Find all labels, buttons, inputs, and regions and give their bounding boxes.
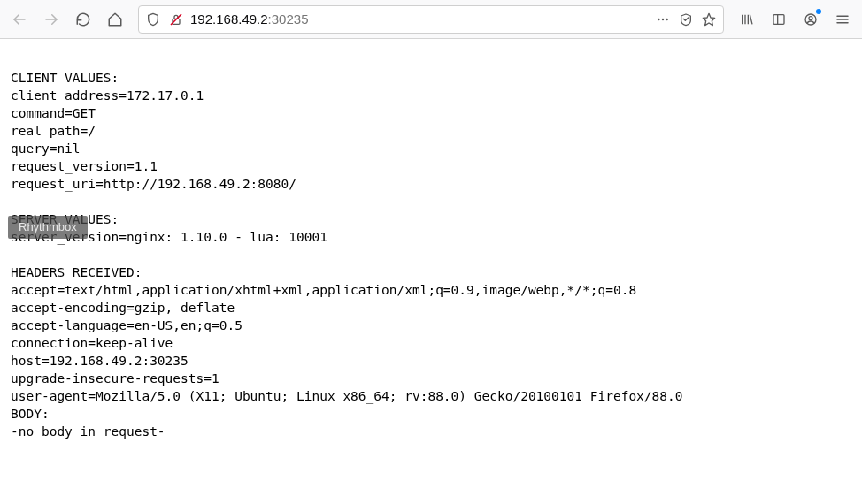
client-values-heading: CLIENT VALUES: (11, 71, 119, 85)
url-text[interactable]: 192.168.49.2:30235 (190, 11, 649, 27)
ellipsis-icon (656, 12, 670, 27)
server-version-line: server_version=nginx: 1.10.0 - lua: 1000… (11, 230, 327, 244)
arrow-right-icon (43, 11, 59, 27)
page-actions-button[interactable] (654, 11, 672, 28)
page-content: CLIENT VALUES: client_address=172.17.0.1… (0, 39, 862, 470)
sidebar-button[interactable] (765, 5, 793, 34)
url-bar[interactable]: 192.168.49.2:30235 (138, 5, 724, 34)
real-path-line: real path=/ (11, 124, 96, 138)
library-icon (740, 12, 754, 27)
accept-encoding-line: accept-encoding=gzip, deflate (11, 301, 235, 315)
hamburger-icon (835, 11, 850, 27)
request-uri-line: request_uri=http://192.168.49.2:8080/ (11, 177, 296, 191)
arrow-left-icon (12, 11, 27, 27)
request-version-line: request_version=1.1 (11, 159, 158, 173)
query-line: query=nil (11, 141, 81, 156)
reload-icon (75, 11, 91, 27)
home-button[interactable] (101, 5, 129, 34)
host-line: host=192.168.49.2:30235 (11, 354, 189, 368)
connection-line: connection=keep-alive (11, 336, 173, 350)
reader-mode-button[interactable] (677, 11, 695, 28)
url-host: 192.168.49.2 (190, 11, 268, 27)
command-line: command=GET (11, 106, 96, 120)
sidebar-icon (772, 12, 786, 27)
upgrade-insecure-line: upgrade-insecure-requests=1 (11, 371, 219, 386)
home-icon (107, 11, 123, 27)
svg-rect-12 (773, 14, 784, 24)
star-icon (702, 12, 716, 27)
svg-marker-7 (703, 13, 714, 25)
bookmark-button[interactable] (700, 11, 718, 28)
svg-point-4 (658, 18, 659, 19)
svg-point-5 (662, 18, 664, 19)
svg-point-15 (809, 16, 812, 19)
accept-language-line: accept-language=en-US,en;q=0.5 (11, 318, 242, 332)
account-icon (804, 12, 818, 27)
reader-icon (679, 12, 693, 27)
headers-heading: HEADERS RECEIVED: (11, 265, 142, 279)
body-content-line: -no body in request- (11, 424, 165, 439)
client-address-line: client_address=172.17.0.1 (11, 88, 204, 103)
browser-toolbar: 192.168.49.2:30235 (0, 0, 862, 39)
shield-icon[interactable] (144, 11, 162, 28)
accept-line: accept=text/html,application/xhtml+xml,a… (11, 283, 636, 297)
back-button[interactable] (5, 5, 34, 34)
server-values-heading: SERVER VALUES: (11, 212, 119, 226)
body-heading: BODY: (11, 407, 50, 421)
user-agent-line: user-agent=Mozilla/5.0 (X11; Ubuntu; Lin… (11, 389, 683, 403)
url-port: :30235 (268, 11, 309, 27)
app-menu-button[interactable] (828, 5, 857, 34)
svg-point-6 (666, 18, 667, 19)
reload-button[interactable] (69, 5, 97, 34)
library-button[interactable] (733, 5, 761, 34)
account-button[interactable] (797, 5, 825, 34)
svg-line-11 (750, 14, 752, 24)
insecure-lock-icon[interactable] (167, 11, 185, 28)
forward-button[interactable] (37, 5, 65, 34)
